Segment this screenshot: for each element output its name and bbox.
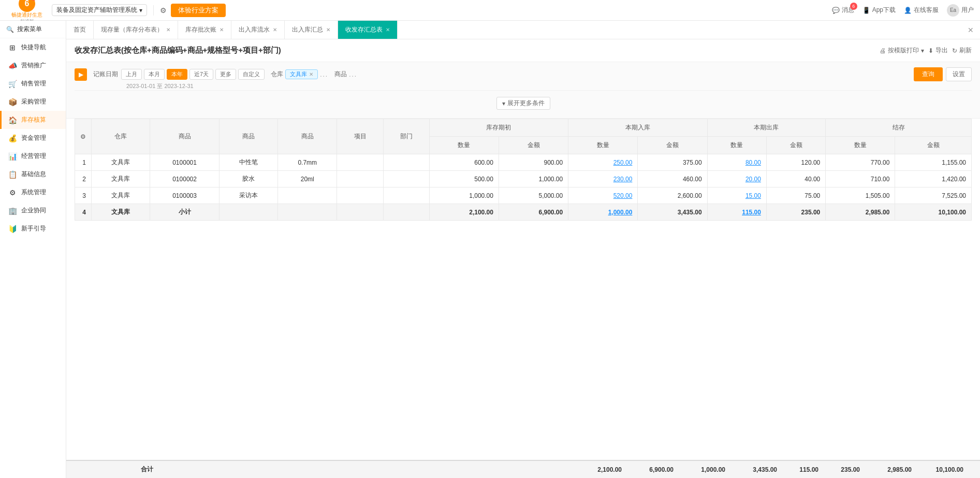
app-download-label: App下载 (872, 6, 896, 15)
message-badge: 6 (850, 3, 857, 10)
subtotal-out-qty[interactable]: 115.00 (707, 204, 766, 221)
sidebar-item-system[interactable]: ⚙ 系统管理 (0, 183, 66, 201)
operations-icon: 📊 (8, 152, 17, 161)
tab-out-summary-close[interactable]: ✕ (326, 27, 330, 33)
tab-stock-dist-close[interactable]: ✕ (166, 27, 170, 33)
tab-out-summary-label: 出入库汇总 (292, 25, 323, 34)
export-btn[interactable]: ⬇ 导出 (928, 46, 948, 55)
th-open-amt: 金额 (499, 137, 568, 154)
marketing-icon: 📣 (8, 62, 17, 70)
sidebar-label-basic-info: 基础信息 (21, 170, 46, 179)
expand-button[interactable]: ▾ 展开更多条件 (496, 97, 550, 110)
th-goods-name: 商品 (220, 119, 278, 154)
th-open-qty: 数量 (429, 137, 499, 154)
tab-flow-close[interactable]: ✕ (273, 27, 277, 33)
tab-batch[interactable]: 库存批次账 ✕ (178, 21, 231, 39)
row2-bal-amt: 1,420.00 (895, 171, 972, 187)
date-btn-last-month[interactable]: 上月 (121, 69, 142, 80)
th-settings[interactable]: ⚙ (75, 119, 92, 154)
row2-out-amt: 40.00 (766, 171, 825, 187)
th-balance: 结存 (826, 119, 972, 137)
subtotal-empty1 (220, 204, 278, 221)
sidebar-item-quick-nav[interactable]: ⊞ 快捷导航 (0, 38, 66, 56)
system-select[interactable]: 装备及固定资产辅助管理系统 ▾ (52, 4, 147, 16)
tab-out-summary[interactable]: 出入库汇总 ✕ (285, 21, 338, 39)
user-label: 用户 (961, 6, 974, 15)
trial-button[interactable]: 体验行业方案 (171, 4, 226, 17)
online-service-btn[interactable]: 👤 在线客服 (904, 6, 939, 15)
th-warehouse: 仓库 (92, 119, 150, 154)
warehouse-tag-close[interactable]: ✕ (309, 71, 313, 77)
sidebar-item-purchase[interactable]: 📦 采购管理 (0, 93, 66, 111)
subtotal-in-qty[interactable]: 1,000.00 (568, 204, 638, 221)
tab-recv-send-close[interactable]: ✕ (386, 27, 390, 33)
sidebar-item-guide[interactable]: 🔰 新手引导 (0, 220, 66, 238)
row3-out-qty[interactable]: 15.00 (707, 187, 766, 204)
th-bal-amt: 金额 (895, 137, 972, 154)
tab-batch-close[interactable]: ✕ (220, 27, 224, 33)
table-row: 3 文具库 0100003 采访本 1,000.00 5,000.00 520.… (75, 187, 972, 204)
tab-flow[interactable]: 出入库流水 ✕ (231, 21, 285, 39)
row2-warehouse: 文具库 (92, 171, 150, 187)
message-btn[interactable]: 💬 消息 6 (832, 6, 854, 15)
user-menu[interactable]: Ea 用户 (947, 4, 974, 17)
date-btn-7days[interactable]: 近7天 (189, 69, 213, 80)
sidebar-item-operations[interactable]: 📊 经营管理 (0, 147, 66, 165)
sidebar-item-sales[interactable]: 🛒 销售管理 (0, 75, 66, 93)
row1-out-qty[interactable]: 80.00 (707, 154, 766, 171)
tab-bar: 首页 现存量（库存分布表） ✕ 库存批次账 ✕ 出入库流水 ✕ 出入库汇总 ✕ (66, 21, 980, 39)
service-icon: 👤 (904, 7, 912, 14)
tab-recv-send[interactable]: 收发存汇总表 ✕ (338, 21, 398, 39)
goods-dots[interactable]: ... (349, 71, 357, 78)
row2-bal-qty: 710.00 (826, 171, 895, 187)
row1-in-qty[interactable]: 250.00 (568, 154, 638, 171)
sidebar: 🔍 搜索菜单 ⊞ 快捷导航 📣 营销推广 🛒 销售管理 📦 采购管理 🏠 (0, 21, 66, 478)
settings-icon-area[interactable]: ⚙ (160, 6, 167, 15)
th-out: 本期出库 (707, 119, 826, 137)
sidebar-item-enterprise[interactable]: 🏢 企业协同 (0, 201, 66, 220)
settings-button[interactable]: 设置 (946, 67, 972, 81)
inventory-icon: 🏠 (8, 116, 17, 124)
subtotal-empty2 (278, 204, 337, 221)
date-btn-this-month[interactable]: 本月 (144, 69, 165, 80)
subtotal-open-amt: 6,900.00 (499, 204, 568, 221)
filter-toggle-btn[interactable]: ▶ (75, 68, 87, 81)
sidebar-item-inventory[interactable]: 🏠 库存核算 (0, 111, 66, 129)
row2-out-qty[interactable]: 20.00 (707, 171, 766, 187)
date-btn-custom[interactable]: 自定义 (238, 69, 265, 80)
logo-icon: 6 6 (19, 0, 35, 12)
sidebar-search[interactable]: 🔍 搜索菜单 (0, 21, 66, 38)
row3-in-qty[interactable]: 520.00 (568, 187, 638, 204)
purchase-icon: 📦 (8, 98, 17, 106)
refresh-btn[interactable]: ↻ 刷新 (952, 46, 972, 55)
page-header-row: 收发存汇总表(按仓库+商品编码+商品+规格型号+项目+部门) 🖨 按模版打印 ▾… (75, 46, 972, 55)
query-button[interactable]: 查询 (914, 67, 943, 81)
row2-in-qty[interactable]: 230.00 (568, 171, 638, 187)
date-btn-this-year[interactable]: 本年 (167, 69, 187, 80)
tab-home[interactable]: 首页 (66, 21, 94, 39)
sidebar-item-basic-info[interactable]: 📋 基础信息 (0, 165, 66, 183)
header-actions: 🖨 按模版打印 ▾ ⬇ 导出 ↻ 刷新 (880, 46, 972, 55)
page-header: 收发存汇总表(按仓库+商品编码+商品+规格型号+项目+部门) 🖨 按模版打印 ▾… (66, 39, 980, 62)
expand-label: 展开更多条件 (507, 99, 545, 108)
row1-out-amt: 120.00 (766, 154, 825, 171)
search-icon: 🔍 (6, 26, 14, 33)
footer-label: 合计 (75, 465, 220, 474)
print-btn[interactable]: 🖨 按模版打印 ▾ (880, 46, 924, 55)
filter-row-1: 记账日期 上月 本月 本年 近7天 更多 自定义 (93, 67, 972, 81)
system-icon: ⚙ (8, 189, 17, 197)
warehouse-dots[interactable]: ... (320, 71, 328, 78)
sidebar-label-quick-nav: 快捷导航 (21, 43, 46, 52)
row2-spec: 20ml (278, 171, 337, 187)
sales-icon: 🛒 (8, 80, 17, 88)
sidebar-item-finance[interactable]: 💰 资金管理 (0, 129, 66, 147)
row2-num: 2 (75, 171, 92, 187)
print-icon: 🖨 (880, 47, 886, 54)
date-btn-more[interactable]: 更多 (215, 69, 236, 80)
sidebar-item-marketing[interactable]: 📣 营销推广 (0, 56, 66, 75)
tab-bar-close[interactable]: ✕ (961, 26, 980, 34)
footer-numbers: 2,100.00 6,900.00 1,000.00 3,435.00 115.… (220, 466, 972, 473)
enterprise-icon: 🏢 (8, 207, 17, 215)
app-download-btn[interactable]: 📱 App下载 (862, 6, 896, 15)
tab-stock-dist[interactable]: 现存量（库存分布表） ✕ (94, 21, 178, 39)
